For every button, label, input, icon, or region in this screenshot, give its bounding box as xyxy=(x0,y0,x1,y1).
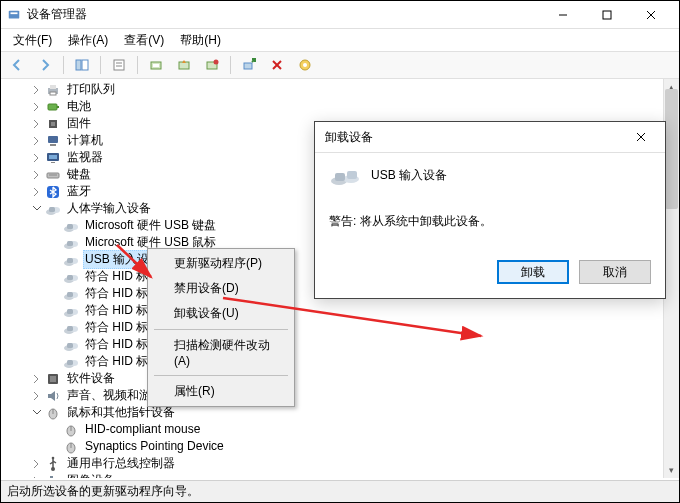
svg-rect-28 xyxy=(48,136,58,143)
tree-node-label: 符合 HID 标 xyxy=(83,319,150,336)
tree-node[interactable]: 声音、视频和游戏控制器 xyxy=(3,387,679,404)
svg-rect-24 xyxy=(48,104,57,110)
scroll-thumb[interactable] xyxy=(665,89,678,209)
tree-node[interactable]: 电池 xyxy=(3,98,679,115)
computer-icon xyxy=(45,133,61,149)
hid-icon xyxy=(45,201,61,217)
menu-file[interactable]: 文件(F) xyxy=(5,30,60,51)
expand-icon[interactable] xyxy=(29,83,43,97)
context-menu: 更新驱动程序(P) 禁用设备(D) 卸载设备(U) 扫描检测硬件改动(A) 属性… xyxy=(147,248,295,407)
expand-icon[interactable] xyxy=(29,389,43,403)
usb-icon xyxy=(45,456,61,472)
ctx-uninstall-device[interactable]: 卸载设备(U) xyxy=(150,301,292,326)
ctx-disable-device[interactable]: 禁用设备(D) xyxy=(150,276,292,301)
expand-icon[interactable] xyxy=(29,117,43,131)
camera-icon xyxy=(45,473,61,479)
tree-node[interactable]: 符合 HID 标 xyxy=(3,336,679,353)
close-button[interactable] xyxy=(629,1,673,29)
toolbar xyxy=(1,51,679,79)
expand-icon[interactable] xyxy=(29,100,43,114)
uninstall-dialog: 卸载设备 USB 输入设备 警告: 将从系统中卸载此设备。 卸载 取消 xyxy=(314,121,666,299)
menu-help[interactable]: 帮助(H) xyxy=(172,30,229,51)
device-icon xyxy=(329,163,361,187)
svg-rect-38 xyxy=(49,207,55,212)
collapse-icon[interactable] xyxy=(29,406,43,420)
dialog-warning-text: 警告: 将从系统中卸载此设备。 xyxy=(329,213,651,230)
svg-rect-44 xyxy=(67,241,73,246)
svg-rect-50 xyxy=(67,275,73,280)
svg-point-75 xyxy=(52,456,55,459)
tree-node[interactable]: Synaptics Pointing Device xyxy=(3,438,679,455)
dialog-uninstall-button[interactable]: 卸载 xyxy=(497,260,569,284)
update-driver-button[interactable] xyxy=(144,54,168,76)
tree-node-label: 键盘 xyxy=(65,166,93,183)
tree-node[interactable]: 鼠标和其他指针设备 xyxy=(3,404,679,421)
hid-icon xyxy=(63,354,79,370)
menu-view[interactable]: 查看(V) xyxy=(116,30,172,51)
svg-rect-76 xyxy=(48,478,58,479)
dialog-cancel-button[interactable]: 取消 xyxy=(579,260,651,284)
ctx-update-driver[interactable]: 更新驱动程序(P) xyxy=(150,251,292,276)
tree-node[interactable]: 图像设备 xyxy=(3,472,679,478)
svg-rect-12 xyxy=(153,64,159,67)
hid-icon xyxy=(63,252,79,268)
expand-icon[interactable] xyxy=(29,474,43,479)
svg-rect-3 xyxy=(603,11,611,19)
minimize-button[interactable] xyxy=(541,1,585,29)
scroll-down-button[interactable]: ▾ xyxy=(664,462,679,478)
menu-bar: 文件(F) 操作(A) 查看(V) 帮助(H) xyxy=(1,29,679,51)
chip-icon xyxy=(45,116,61,132)
svg-rect-89 xyxy=(347,171,357,179)
tree-node[interactable]: 打印队列 xyxy=(3,81,679,98)
expand-icon[interactable] xyxy=(29,151,43,165)
tree-node-label: 固件 xyxy=(65,115,93,132)
svg-rect-7 xyxy=(82,60,88,70)
tree-node[interactable]: 符合 HID 标 xyxy=(3,302,679,319)
nav-back-button[interactable] xyxy=(5,54,29,76)
svg-rect-62 xyxy=(67,343,73,348)
svg-rect-27 xyxy=(51,122,55,126)
svg-rect-31 xyxy=(49,155,57,159)
expand-icon[interactable] xyxy=(29,372,43,386)
nav-forward-button[interactable] xyxy=(33,54,57,76)
tree-node-label: 监视器 xyxy=(65,149,105,166)
mouse-icon xyxy=(63,422,79,438)
title-bar: 设备管理器 xyxy=(1,1,679,29)
collapse-icon[interactable] xyxy=(29,202,43,216)
bluetooth-icon xyxy=(45,184,61,200)
dialog-close-button[interactable] xyxy=(627,123,655,151)
tree-node-label: 图像设备 xyxy=(65,472,117,478)
tree-node-label: Microsoft 硬件 USB 键盘 xyxy=(83,217,218,234)
svg-rect-88 xyxy=(335,173,345,181)
expand-icon[interactable] xyxy=(29,457,43,471)
svg-rect-59 xyxy=(67,326,73,331)
tree-node[interactable]: 通用串行总线控制器 xyxy=(3,455,679,472)
maximize-button[interactable] xyxy=(585,1,629,29)
remove-device-button[interactable] xyxy=(265,54,289,76)
device-options-button[interactable] xyxy=(293,54,317,76)
svg-rect-53 xyxy=(67,292,73,297)
svg-point-74 xyxy=(51,467,55,471)
expand-icon[interactable] xyxy=(29,134,43,148)
ctx-properties[interactable]: 属性(R) xyxy=(150,379,292,404)
hid-icon xyxy=(63,286,79,302)
tree-node[interactable]: 软件设备 xyxy=(3,370,679,387)
show-tree-button[interactable] xyxy=(70,54,94,76)
expand-icon[interactable] xyxy=(29,185,43,199)
properties-button[interactable] xyxy=(107,54,131,76)
tree-node[interactable]: HID-compliant mouse xyxy=(3,421,679,438)
tree-node[interactable]: 符合 HID 标 xyxy=(3,353,679,370)
scan-hardware-button[interactable] xyxy=(237,54,261,76)
disable-device-button[interactable] xyxy=(172,54,196,76)
menu-action[interactable]: 操作(A) xyxy=(60,30,116,51)
dialog-title-bar: 卸载设备 xyxy=(315,122,665,152)
svg-point-20 xyxy=(303,63,307,67)
tree-node[interactable]: 符合 HID 标 xyxy=(3,319,679,336)
expand-icon[interactable] xyxy=(29,168,43,182)
uninstall-device-button[interactable] xyxy=(200,54,224,76)
mouse-icon xyxy=(63,439,79,455)
hid-icon xyxy=(63,218,79,234)
svg-rect-13 xyxy=(179,62,189,69)
status-text: 启动所选设备的更新驱动程序向导。 xyxy=(7,483,199,500)
ctx-scan-hardware[interactable]: 扫描检测硬件改动(A) xyxy=(150,333,292,372)
